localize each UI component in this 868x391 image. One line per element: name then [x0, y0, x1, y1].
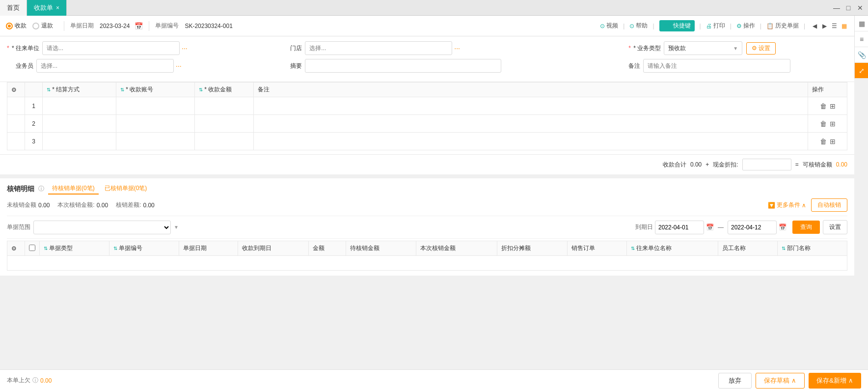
discount-input[interactable] [742, 159, 791, 170]
store-input[interactable] [305, 41, 452, 55]
counterpart-more-icon[interactable]: ··· [182, 44, 188, 52]
row1-account[interactable] [116, 97, 195, 115]
row3-remark[interactable] [254, 133, 808, 150]
discard-button[interactable]: 放弃 [718, 373, 752, 389]
row2-copy-icon[interactable]: ⊞ [830, 120, 836, 128]
row2-delete-icon[interactable]: 🗑 [820, 120, 827, 128]
discount-label: 现金折扣: [713, 161, 738, 169]
date-to-input[interactable] [728, 221, 777, 234]
radio-refund[interactable]: 退款 [32, 22, 53, 30]
row1-amount[interactable] [195, 97, 254, 115]
verify-section: 核销明细 ⓘ 待核销单据(0笔) 已核销单据(0笔) 未核销金额 0.00 本次… [0, 178, 854, 276]
verify-col-checkbox[interactable] [25, 241, 40, 256]
tab-home-label: 首页 [7, 3, 20, 12]
date-from-icon[interactable]: 📅 [706, 223, 714, 231]
filter-setting-button[interactable]: 设置 [823, 220, 847, 234]
video-action[interactable]: ⊙ 视频 [600, 22, 618, 30]
shortcut-action[interactable]: ⌨ 快捷键 [659, 20, 695, 31]
verify-col-order: 销售订单 [568, 241, 627, 256]
date-from-input[interactable] [655, 221, 704, 234]
receipt-table: ⚙ ⇅ * 结算方式 ⇅ * 收款账号 ⇅ * 收款金额 [7, 82, 847, 150]
verify-tab-completed[interactable]: 已核销单据(0笔) [101, 183, 151, 195]
form-setting-button[interactable]: ⚙ 设置 [746, 42, 776, 55]
query-button[interactable]: 查询 [792, 221, 820, 234]
diff-value: 0.00 [143, 202, 154, 209]
save-draft-button[interactable]: 保存草稿 ∧ [756, 373, 805, 389]
auto-cancel-button[interactable]: 自动核销 [811, 198, 847, 212]
sidebar-clip-icon[interactable]: 📎 [855, 47, 868, 63]
col-settlement-header: ⇅ * 结算方式 [43, 83, 116, 97]
range-select[interactable] [33, 221, 171, 234]
store-more-icon[interactable]: ··· [454, 44, 460, 52]
col-settings-header[interactable]: ⚙ [7, 83, 25, 97]
remark-input[interactable] [643, 59, 790, 73]
date-to-icon[interactable]: 📅 [779, 223, 787, 231]
row1-remark[interactable] [254, 97, 808, 115]
verify-tab-pending[interactable]: 待核销单据(0笔) [48, 183, 99, 195]
col-account-header: ⇅ * 收款账号 [116, 83, 195, 97]
sort-icon-amount: ⇅ [199, 87, 203, 92]
row3-amount[interactable] [195, 133, 254, 150]
close-button[interactable]: ✕ [856, 4, 864, 12]
video-label: 视频 [606, 22, 618, 30]
row1-delete-icon[interactable]: 🗑 [820, 102, 827, 110]
staff-label: 业务员 [7, 62, 36, 70]
staff-more-icon[interactable]: ··· [176, 62, 182, 70]
receipt-type-group: 收款 退款 [6, 22, 53, 30]
summary-input[interactable] [305, 59, 501, 73]
print-action[interactable]: 🖨 打印 [706, 22, 725, 30]
plus-sign: + [705, 161, 709, 168]
row1-copy-icon[interactable]: ⊞ [830, 102, 836, 110]
tab-home[interactable]: 首页 [0, 0, 27, 16]
table-container: ⚙ ⇅ * 结算方式 ⇅ * 收款账号 ⇅ * 收款金额 [0, 82, 854, 154]
help-action[interactable]: ⊙ 帮助 [629, 22, 648, 30]
select-all-checkbox[interactable] [29, 245, 35, 251]
list-view-icon[interactable]: ☰ [830, 22, 839, 30]
number-label: 单据编号 [155, 22, 179, 30]
form-area: * * 往来单位 ··· 门店 ··· * * 业务类型 预收款 [0, 36, 854, 82]
right-sidebar: ▦ ≡ 📎 ⤢ [854, 16, 868, 79]
row2-settlement[interactable] [43, 115, 116, 133]
prev-icon[interactable]: ◀ [810, 22, 819, 30]
row2-account[interactable] [116, 115, 195, 133]
col-remark-header: 备注 [254, 83, 808, 97]
verify-filter-row: 单据范围 ▼ 到期日 📅 — 📅 查询 设置 [7, 216, 847, 239]
staff-input[interactable] [36, 59, 174, 73]
next-icon[interactable]: ▶ [820, 22, 829, 30]
radio-refund-dot [32, 23, 39, 29]
radio-receipt[interactable]: 收款 [6, 22, 27, 30]
verify-info-icon[interactable]: ⓘ [38, 185, 44, 193]
minimize-button[interactable]: — [833, 4, 841, 12]
tab-receipt[interactable]: 收款单 × [27, 0, 67, 16]
history-icon: 📋 [766, 23, 774, 29]
available-label: 可核销金额 [803, 161, 832, 169]
sidebar-list-icon[interactable]: ≡ [855, 31, 868, 47]
counterpart-input[interactable] [42, 41, 180, 55]
business-type-select[interactable]: 预收款 ▼ [664, 41, 742, 55]
sidebar-expand-icon[interactable]: ⤢ [855, 63, 868, 79]
row2-remark[interactable] [254, 115, 808, 133]
verify-col-settings[interactable]: ⚙ [7, 241, 25, 256]
shortcut-label: 快捷键 [673, 22, 691, 30]
row2-amount[interactable] [195, 115, 254, 133]
shortcut-icon: ⌨ [663, 23, 672, 29]
row3-settlement[interactable] [43, 133, 116, 150]
date-icon[interactable]: 📅 [135, 22, 143, 30]
row1-settlement[interactable] [43, 97, 116, 115]
sidebar-table-icon[interactable]: ▦ [855, 16, 868, 31]
tab-close-icon[interactable]: × [56, 4, 59, 11]
row3-delete-icon[interactable]: 🗑 [820, 138, 827, 145]
total-label: 收款合计 [663, 161, 686, 169]
row3-account[interactable] [116, 133, 195, 150]
operation-action[interactable]: ⚙ 操作 [736, 22, 755, 30]
save-new-button[interactable]: 保存&新增 ∧ [809, 373, 861, 389]
sort-icon-account: ⇅ [120, 87, 124, 92]
maximize-button[interactable]: □ [844, 4, 852, 12]
more-conditions-button[interactable]: 🔽 更多条件 ∧ [768, 201, 806, 209]
grid-view-icon[interactable]: ▦ [840, 22, 848, 30]
toolbar: 收款 退款 单据日期 2023-03-24 📅 单据编号 SK-20230324… [0, 16, 854, 36]
business-type-value: 预收款 [668, 44, 733, 53]
total-value: 0.00 [690, 161, 702, 168]
row3-copy-icon[interactable]: ⊞ [830, 138, 836, 145]
history-action[interactable]: 📋 历史单据 [766, 22, 799, 30]
